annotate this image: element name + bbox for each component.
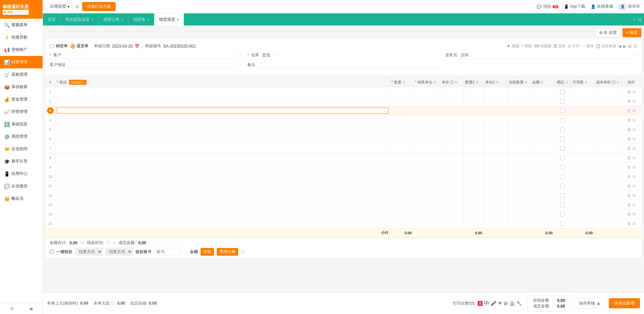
radio-sale[interactable]: 销货单 <box>50 43 68 49</box>
settings-form-btn[interactable]: ⚙ ⚙ 设置 <box>595 28 620 37</box>
copy-row-icon-14[interactable]: ⧉ <box>633 212 636 216</box>
sidebar-item-基础信息[interactable]: ℹ️基础信息 <box>0 118 43 130</box>
gift-checkbox-1[interactable] <box>560 89 565 94</box>
gift-checkbox-8[interactable] <box>560 155 565 160</box>
fee-info-icon[interactable]: ⓘ <box>241 249 245 255</box>
calc-method-select[interactable]: 结算方式 <box>75 248 103 256</box>
user-avatar[interactable]: 👤 徐泽华 <box>619 3 640 11</box>
sidebar-item-企业微信[interactable]: 💬企业微信 <box>0 180 43 192</box>
tools-icon[interactable]: 🔧 <box>516 301 522 306</box>
logistics-btn[interactable]: + 物流 <box>623 28 641 37</box>
zh-icon[interactable]: 中 <box>484 300 489 307</box>
sidebar-item-库存核算[interactable]: 📦库存核算 <box>0 81 43 93</box>
delete-row-icon-6[interactable]: 🗑 <box>627 137 631 141</box>
copy-row-icon-5[interactable]: ⧉ <box>633 127 636 132</box>
copy-row-icon-9[interactable]: ⧉ <box>633 165 636 170</box>
sort-cost-icon[interactable]: ⇅ <box>616 80 619 84</box>
product-input-3[interactable] <box>57 108 388 114</box>
list-view-icon[interactable]: ☰ <box>634 44 637 49</box>
grid-icon[interactable]: ⊞ <box>504 301 508 306</box>
eye-icon[interactable]: 👁 <box>498 301 502 306</box>
sort-qty-icon[interactable]: ⇅ <box>402 80 405 84</box>
delete-row-icon-1[interactable]: 🗑 <box>627 89 631 94</box>
sidebar-item-畅会员[interactable]: 👑畅会员 <box>0 192 43 205</box>
gift-checkbox-7[interactable] <box>560 146 565 151</box>
summary-method-select[interactable]: 结算方式 <box>105 248 133 256</box>
copy-row-icon-6[interactable]: ⧉ <box>633 137 636 141</box>
address-input[interactable] <box>68 61 236 68</box>
address-dots[interactable]: ··· <box>238 63 242 67</box>
sidebar-item-经营管理[interactable]: 📈经营管理 <box>0 106 43 118</box>
gift-checkbox-3[interactable] <box>560 108 565 113</box>
gift-checkbox-12[interactable] <box>560 193 565 198</box>
gift-checkbox-6[interactable] <box>560 137 565 141</box>
gift-checkbox-4[interactable] <box>560 118 565 123</box>
account-dots[interactable]: ··· <box>184 249 187 254</box>
copy-row-icon-10[interactable]: ⧉ <box>633 174 636 179</box>
tab-销售订单[interactable]: 销售订单× <box>99 13 128 25</box>
industry-select[interactable]: 日用百货 ▾ <box>47 2 72 11</box>
app-download-btn[interactable]: 📱 App下载 <box>564 4 585 9</box>
sidebar-collapse-icon[interactable]: ◀ <box>29 306 33 311</box>
sidebar-item-搜索菜单[interactable]: 🔍搜索菜单 <box>0 19 43 31</box>
save-new-btn[interactable]: 保存&新增 <box>609 298 640 308</box>
delete-row-icon-3[interactable]: 🗑 <box>627 108 631 113</box>
delete-row-icon-11[interactable]: 🗑 <box>627 184 631 188</box>
delete-row-icon-15[interactable]: 🗑 <box>627 221 631 226</box>
sidebar-item-系统管理[interactable]: ⚙️系统管理 <box>0 130 43 143</box>
operations-btn[interactable]: ⋯ 操作 <box>582 44 594 49</box>
mic-icon[interactable]: 🎤 <box>491 301 496 306</box>
sort-price-icon[interactable]: ⇅ <box>455 80 458 84</box>
sort-unit2-icon[interactable]: ⇅ <box>496 80 498 84</box>
calendar-icon[interactable]: 📅 <box>135 44 140 49</box>
tab-销货退货[interactable]: 销货退货× <box>154 13 184 25</box>
tab-close-window-icon[interactable]: × <box>633 17 635 22</box>
message-btn[interactable]: 💬 消息 70 <box>537 4 558 9</box>
tab-销货单[interactable]: 销货单× <box>128 13 154 25</box>
one-click-collect-check[interactable] <box>50 250 54 254</box>
sidebar-item-采购管理[interactable]: 🛒采购管理 <box>0 68 43 81</box>
delete-row-icon-9[interactable]: 🗑 <box>627 165 631 170</box>
copy-row-icon-12[interactable]: ⧉ <box>633 193 636 198</box>
debt-info-icon[interactable]: ⓘ <box>111 301 115 306</box>
delete-row-icon-10[interactable]: 🗑 <box>627 174 631 179</box>
salesperson-dots[interactable]: ··· <box>634 53 637 58</box>
tab-close-2[interactable]: × <box>121 18 123 21</box>
sort-pkg-icon[interactable]: ⇅ <box>525 80 527 84</box>
gift-checkbox-13[interactable] <box>560 202 565 207</box>
gift-checkbox-10[interactable] <box>560 174 565 179</box>
warehouse-dots[interactable]: ··· <box>274 53 277 58</box>
copy-row-icon-1[interactable]: ⧉ <box>633 89 636 94</box>
sidebar-item-快捷导航[interactable]: ⚡快捷导航 <box>0 31 43 44</box>
salesperson-input[interactable] <box>459 52 632 59</box>
tab-首页[interactable]: 首页 <box>43 13 61 25</box>
sort-gift-icon[interactable]: ⇅ <box>566 80 568 84</box>
print-btn[interactable]: 🖨 打印 <box>568 44 580 49</box>
history-btn[interactable]: 📋 历史单据 <box>596 44 616 49</box>
select-btn[interactable]: ☰ 选单 <box>553 44 566 49</box>
sidebar-item-资金管理[interactable]: 💰资金管理 <box>0 93 43 106</box>
sort-qty2-icon[interactable]: ⇅ <box>476 80 478 84</box>
copy-row-icon-7[interactable]: ⧉ <box>633 146 636 151</box>
delete-row-icon-14[interactable]: 🗑 <box>627 212 631 216</box>
gift-checkbox-2[interactable] <box>560 99 565 104</box>
delete-row-icon-13[interactable]: 🗑 <box>627 202 631 207</box>
delete-row-icon-5[interactable]: 🗑 <box>627 127 631 132</box>
copy-row-icon-3[interactable]: ⧉ <box>633 108 636 113</box>
sidebar-settings-icon[interactable]: ⚙ <box>10 306 14 311</box>
copy-row-icon-8[interactable]: ⧉ <box>633 155 636 160</box>
nav-prev-icon[interactable]: ◀ <box>618 44 621 49</box>
copy-row-icon-13[interactable]: ⧉ <box>633 202 636 207</box>
sort-unit-icon[interactable]: ⇅ <box>433 80 436 84</box>
tab-close-1[interactable]: × <box>92 18 94 21</box>
delete-row-icon-12[interactable]: 🗑 <box>627 193 631 198</box>
fee-split-btn[interactable]: 费用分摊 <box>217 248 238 256</box>
nav-next-icon[interactable]: ▶ <box>623 44 626 49</box>
tab-close-3[interactable]: × <box>147 18 149 21</box>
save-draft-btn[interactable]: 保存草稿 ▲ <box>573 298 606 309</box>
sidebar-item-企业协同[interactable]: 🤝企业协同 <box>0 143 43 155</box>
delete-row-icon-4[interactable]: 🗑 <box>627 118 631 123</box>
add-row-btn[interactable]: + <box>47 107 54 114</box>
customer-dots[interactable]: ··· <box>238 53 242 58</box>
experience-btn[interactable]: 体验行业方案 <box>82 2 116 11</box>
